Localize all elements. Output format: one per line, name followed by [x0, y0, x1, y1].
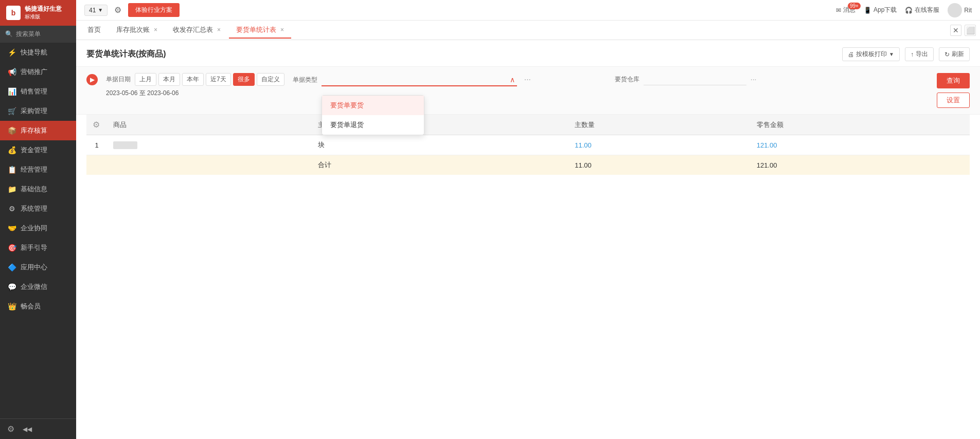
- tab-collect-summary-label: 收发存汇总表: [173, 25, 213, 34]
- filter-bar: ▶ 单据日期 上月 本月 本年 近7天 很多 自定义: [76, 67, 980, 115]
- guide-icon: 🎯: [7, 243, 16, 252]
- tab-collect-summary-close[interactable]: ×: [217, 26, 221, 33]
- sidebar-item-label: 应用中心: [21, 263, 47, 272]
- warehouse-input[interactable]: [644, 73, 746, 85]
- tab-expand-button[interactable]: ⬜: [965, 25, 976, 36]
- sidebar-item-label: 畅会员: [21, 302, 41, 311]
- type-filter-label: 单据类型: [293, 76, 317, 84]
- tabbar-controls: ✕ ⬜: [950, 25, 976, 36]
- search-label: 搜索菜单: [16, 30, 41, 39]
- row-no: 1: [86, 135, 107, 155]
- type-more-dots[interactable]: ···: [521, 73, 534, 86]
- col-product: 商品: [107, 115, 312, 135]
- online-service-item[interactable]: 🎧 在线客服: [905, 6, 939, 14]
- purchase-icon: 🛒: [7, 106, 16, 116]
- sidebar-item-operations[interactable]: 📋 经营管理: [0, 160, 76, 179]
- table-header-row: ⚙ 商品 主计量单位 主数量 零售金额: [86, 115, 970, 135]
- sidebar-item-wechat[interactable]: 💬 企业微信: [0, 277, 76, 297]
- export-button[interactable]: ↑ 导出: [905, 47, 934, 61]
- tab-home[interactable]: 首页: [80, 22, 108, 39]
- date-btn-last-month[interactable]: 上月: [135, 73, 156, 86]
- col-quantity: 主数量: [568, 115, 750, 135]
- type-select-arrow[interactable]: ∧: [510, 76, 515, 84]
- sidebar-item-member[interactable]: 👑 畅会员: [0, 297, 76, 316]
- print-label: 按模板打印: [856, 50, 887, 59]
- total-row: 合计 11.00 121.00: [86, 155, 970, 175]
- brand-info: 畅捷通好生意 标准版: [25, 5, 62, 21]
- sidebar-search[interactable]: 🔍 搜索菜单: [0, 26, 76, 43]
- tab-batch-inventory-label: 库存批次账: [116, 25, 150, 34]
- sidebar-item-label: 基础信息: [21, 185, 47, 194]
- row-unit: 块: [312, 135, 568, 155]
- filter-expand-button[interactable]: ▶: [86, 74, 98, 85]
- tab-close-all-button[interactable]: ✕: [950, 25, 961, 36]
- sidebar-collapse-button[interactable]: ◀◀: [23, 426, 32, 433]
- date-btn-last-7[interactable]: 近7天: [206, 73, 231, 86]
- date-btn-this-month[interactable]: 本月: [158, 73, 180, 86]
- print-button[interactable]: 🖨 按模板打印 ▼: [842, 47, 900, 61]
- date-btn-more[interactable]: 很多: [233, 73, 255, 86]
- sidebar-item-label: 企业微信: [21, 282, 47, 291]
- sidebar-item-marketing[interactable]: 📢 营销推广: [0, 62, 76, 82]
- messages-item[interactable]: ✉ 消息 99+: [836, 6, 856, 14]
- member-icon: 👑: [7, 302, 16, 311]
- sidebar-item-label: 系统管理: [21, 204, 47, 213]
- service-icon: 🎧: [905, 7, 913, 14]
- query-button[interactable]: 查询: [937, 73, 970, 88]
- sidebar-item-app-center[interactable]: 🔷 应用中心: [0, 258, 76, 277]
- sidebar-item-purchase[interactable]: 🛒 采购管理: [0, 101, 76, 121]
- date-filter-group: 单据日期 上月 本月 本年 近7天 很多 自定义 2023-05-06 至 20…: [106, 73, 284, 98]
- sidebar-item-inventory[interactable]: 📦 库存核算: [0, 121, 76, 140]
- app-center-icon: 🔷: [7, 263, 16, 272]
- page-actions: 🖨 按模板打印 ▼ ↑ 导出 ↻ 刷新: [842, 47, 970, 61]
- sidebar-item-enterprise[interactable]: 🤝 企业协同: [0, 218, 76, 238]
- tab-batch-inventory-close[interactable]: ×: [154, 26, 157, 33]
- industry-button[interactable]: 体验行业方案: [128, 3, 180, 17]
- row-quantity-link[interactable]: 11.00: [575, 141, 592, 149]
- table-body: 1 块 11.00 121.00: [86, 135, 970, 155]
- sidebar-item-label: 经营管理: [21, 165, 47, 174]
- date-btn-this-year[interactable]: 本年: [182, 73, 204, 86]
- sidebar-item-finance[interactable]: 💰 资金管理: [0, 140, 76, 160]
- sidebar-item-basic[interactable]: 📁 基础信息: [0, 179, 76, 199]
- warehouse-more-dots[interactable]: ···: [751, 75, 757, 83]
- online-service-label: 在线客服: [915, 6, 939, 14]
- sidebar-item-system[interactable]: ⚙ 系统管理: [0, 199, 76, 218]
- type-select-input[interactable]: [322, 74, 517, 86]
- sidebar-item-sales[interactable]: 📊 销售管理: [0, 82, 76, 101]
- sales-icon: 📊: [7, 87, 16, 96]
- set-button[interactable]: 设置: [937, 93, 970, 108]
- refresh-button[interactable]: ↻ 刷新: [939, 47, 970, 61]
- sidebar-settings-icon[interactable]: ⚙: [7, 424, 14, 434]
- sidebar-item-label: 销售管理: [21, 87, 47, 96]
- store-dropdown-icon: ▼: [98, 7, 103, 13]
- row-quantity: 11.00: [568, 135, 750, 155]
- tab-order-stats-close[interactable]: ×: [280, 26, 284, 33]
- row-amount-link[interactable]: 121.00: [757, 141, 777, 149]
- user-avatar: [948, 3, 962, 17]
- system-icon: ⚙: [7, 204, 16, 213]
- topbar-settings-icon[interactable]: ⚙: [112, 4, 124, 16]
- store-selector[interactable]: 41 ▼: [84, 5, 108, 16]
- export-label: 导出: [916, 50, 928, 59]
- type-option-return[interactable]: 要货单退货: [322, 115, 424, 135]
- date-filter-label: 单据日期: [106, 75, 131, 84]
- type-option-order[interactable]: 要货单要货: [322, 96, 424, 115]
- user-profile[interactable]: Rit: [948, 3, 972, 17]
- total-label-text: 合计: [312, 155, 568, 175]
- tabbar: 首页 库存批次账 × 收发存汇总表 × 要货单统计表 × ✕ ⬜: [76, 21, 980, 40]
- sidebar-item-quick-nav[interactable]: ⚡ 快捷导航: [0, 43, 76, 62]
- app-download-item[interactable]: 📱 App下载: [864, 6, 897, 14]
- search-icon: 🔍: [5, 30, 13, 38]
- page-content: 要货单统计表(按商品) 🖨 按模板打印 ▼ ↑ 导出 ↻ 刷新: [76, 40, 980, 439]
- tab-order-stats[interactable]: 要货单统计表 ×: [229, 22, 291, 39]
- tab-batch-inventory[interactable]: 库存批次账 ×: [109, 22, 165, 39]
- tab-order-stats-label: 要货单统计表: [236, 25, 276, 34]
- type-filter-group: 单据类型 ∧ 要货单要货 要货单退货 ···: [293, 73, 607, 86]
- tab-collect-summary[interactable]: 收发存汇总表 ×: [166, 22, 228, 39]
- column-settings-icon[interactable]: ⚙: [93, 120, 100, 129]
- sidebar-nav: ⚡ 快捷导航 📢 营销推广 📊 销售管理 🛒 采购管理 📦 库存核算 💰 资金管…: [0, 43, 76, 418]
- tab-home-label: 首页: [87, 25, 101, 34]
- sidebar-item-guide[interactable]: 🎯 新手引导: [0, 238, 76, 258]
- date-btn-custom[interactable]: 自定义: [257, 73, 284, 86]
